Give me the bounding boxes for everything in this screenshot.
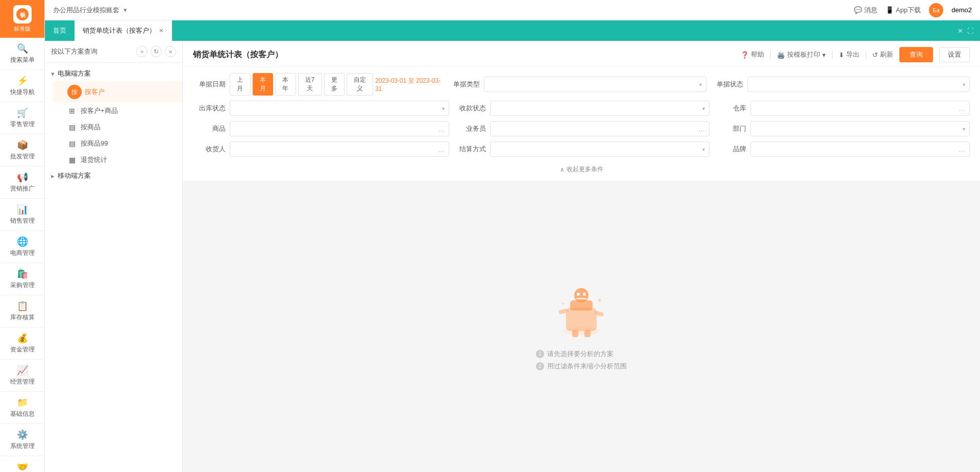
out-status-input[interactable]: ▾ <box>230 101 449 116</box>
date-btn-last-7-days[interactable]: 近7天 <box>298 73 322 96</box>
ecommerce-icon: 🌐 <box>17 236 28 247</box>
date-btn-this-month[interactable]: 本月 <box>253 73 274 96</box>
warehouse-input[interactable]: … <box>750 101 970 116</box>
filter-row-4: 收货人 … 结算方式 ▾ 品牌 … <box>193 141 970 157</box>
sidebar-item-inventory[interactable]: 📋 库存核算 <box>0 295 44 327</box>
sidebar-item-purchase[interactable]: 🛍️ 采购管理 <box>0 263 44 295</box>
tab-home[interactable]: 首页 <box>45 20 75 41</box>
grid-icon: ⊞ <box>67 107 77 115</box>
filter-row-3: 商品 … 业务员 … 部门 ▾ <box>193 121 970 136</box>
department-input[interactable]: ▾ <box>750 121 970 136</box>
tree-item-return-stat[interactable]: ▦ 退货统计 <box>53 152 182 168</box>
payment-status-input[interactable]: ▾ <box>490 101 709 116</box>
empty-tip-2: 2 用过滤条件来缩小分析范围 <box>536 362 627 371</box>
refresh-button[interactable]: ↺ 刷新 <box>872 50 893 59</box>
help-button[interactable]: ❓ 帮助 <box>741 50 764 59</box>
department-label: 部门 <box>714 124 746 133</box>
sidebar-item-enterprise[interactable]: 🤝 企业协同 <box>0 456 44 472</box>
salesperson-input[interactable]: … <box>490 121 709 136</box>
sidebar-item-system[interactable]: ⚙️ 系统管理 <box>0 424 44 456</box>
payment-status-label: 收款状态 <box>453 104 486 113</box>
sidebar-item-marketing[interactable]: 📢 营销推广 <box>0 167 44 199</box>
expand-icon: ▾ <box>51 70 55 78</box>
tree-item-by-product-99[interactable]: ▤ 按商品99 <box>53 135 182 152</box>
date-btn-custom[interactable]: 自定义 <box>347 73 373 96</box>
sidebar-item-label: 营销推广 <box>10 184 35 193</box>
print-button[interactable]: 🖨️ 按模板打印 ▾ <box>777 50 826 59</box>
settings-button[interactable]: 设置 <box>939 47 970 62</box>
svg-text:畅: 畅 <box>19 12 25 18</box>
tab-maximize-icon[interactable]: ⛶ <box>967 27 974 35</box>
date-btn-more[interactable]: 更多 <box>324 73 345 96</box>
filter-row-1: 单据日期 上月 本月 本年 近7天 更多 自定义 2023-03-01 至 20… <box>193 73 970 96</box>
sidebar-item-wholesale[interactable]: 📦 批发管理 <box>0 134 44 167</box>
sidebar-item-sales[interactable]: 📊 销售管理 <box>0 199 44 231</box>
date-btn-last-month[interactable]: 上月 <box>230 73 251 96</box>
tab-close-all-icon[interactable]: ✕ <box>958 27 963 35</box>
svg-rect-3 <box>566 308 597 331</box>
tab-close-button[interactable]: ✕ <box>159 27 164 34</box>
settlement-input[interactable]: ▾ <box>490 141 709 157</box>
main-container: 办公用品行业模拟账套 ▾ 💬 消息 📱 App下载 Ea demo2 首页 销货… <box>45 0 980 472</box>
tab-sales-stat[interactable]: 销货单统计表（按客户） ✕ <box>75 20 172 41</box>
tree-item-by-customer-product[interactable]: ⊞ 按客户+商品 <box>53 103 182 119</box>
sidebar-item-label: 经营管理 <box>10 377 35 386</box>
help-icon: ❓ <box>741 51 749 59</box>
sidebar: 畅 标准版 🔍 搜索菜单 ⚡ 快捷导航 🛒 零售管理 📦 批发管理 📢 营销推广… <box>0 0 45 472</box>
sidebar-item-ecommerce[interactable]: 🌐 电商管理 <box>0 231 44 263</box>
wholesale-icon: 📦 <box>17 139 28 151</box>
sidebar-item-basic[interactable]: 📁 基础信息 <box>0 392 44 424</box>
collapse-panel-button[interactable]: « <box>165 46 176 57</box>
collapse-bar[interactable]: ∧ 收起更多条件 <box>193 162 970 175</box>
table-icon: ▤ <box>67 123 77 131</box>
tree-group-desktop[interactable]: ▾ 电脑端方案 <box>45 66 182 81</box>
tab-sales-stat-label: 销货单统计表（按客户） <box>83 26 156 35</box>
date-btn-this-year[interactable]: 本年 <box>275 73 296 96</box>
tree-item-by-product[interactable]: ▤ 按商品 <box>53 119 182 135</box>
export-label: 导出 <box>846 50 860 59</box>
add-scheme-button[interactable]: ＋ <box>136 46 148 57</box>
tip-num-1: 1 <box>536 350 544 358</box>
logo-icon: 畅 <box>13 5 32 23</box>
refresh-label: 刷新 <box>880 50 893 59</box>
sidebar-item-quick-nav[interactable]: ⚡ 快捷导航 <box>0 70 44 102</box>
header-dropdown-icon[interactable]: ▾ <box>124 6 127 14</box>
doc-status-input[interactable]: ▾ <box>747 77 970 92</box>
sidebar-item-retail[interactable]: 🛒 零售管理 <box>0 102 44 134</box>
doc-type-label: 单据类型 <box>447 80 480 89</box>
sidebar-item-search[interactable]: 🔍 搜索菜单 <box>0 38 44 70</box>
export-button[interactable]: ⬇ 导出 <box>839 50 860 59</box>
receiver-more-icon: … <box>438 146 445 153</box>
page-actions: ❓ 帮助 🖨️ 按模板打印 ▾ ⬇ 导出 <box>741 47 970 62</box>
refresh-icon: ↺ <box>872 51 878 59</box>
message-button[interactable]: 💬 消息 <box>854 6 877 15</box>
query-button[interactable]: 查询 <box>899 47 933 62</box>
tree-item-label: 按客户+商品 <box>81 106 118 115</box>
sidebar-item-operation[interactable]: 📈 经营管理 <box>0 360 44 392</box>
tree-group-label: 电脑端方案 <box>58 69 91 78</box>
download-icon: 📱 <box>886 6 894 14</box>
refresh-scheme-button[interactable]: ↻ <box>151 46 162 57</box>
header-right: 💬 消息 📱 App下载 Ea demo2 <box>854 3 972 17</box>
product-input[interactable]: … <box>230 121 449 136</box>
sidebar-item-label: 快捷导航 <box>10 88 35 97</box>
panel-header-actions: ＋ ↻ « <box>136 46 176 57</box>
sidebar-item-label: 采购管理 <box>10 281 35 290</box>
svg-rect-12 <box>584 330 591 337</box>
tree-group-mobile[interactable]: ▸ 移动端方案 <box>45 168 182 183</box>
brand-input[interactable]: … <box>750 141 970 157</box>
doc-type-input[interactable]: ▾ <box>484 77 706 92</box>
avatar[interactable]: Ea <box>929 3 943 17</box>
print-dropdown-icon: ▾ <box>822 51 826 59</box>
sidebar-item-finance[interactable]: 💰 资金管理 <box>0 327 44 360</box>
export-icon: ⬇ <box>839 51 844 59</box>
tree-section: ▾ 电脑端方案 按 按客户 ⊞ 按客户+商品 ▤ 按商品 <box>45 63 182 186</box>
receiver-input[interactable]: … <box>230 141 449 157</box>
svg-point-7 <box>583 293 586 296</box>
sidebar-item-label: 库存核算 <box>10 313 35 322</box>
app-download-button[interactable]: 📱 App下载 <box>886 6 921 15</box>
warehouse-more-icon: … <box>959 105 965 112</box>
tree-item-by-customer[interactable]: 按 按客户 <box>53 81 182 103</box>
app-title: 办公用品行业模拟账套 <box>53 6 119 15</box>
empty-state: ✦ ✦ 1 请先选择要分析的方案 2 用过滤条件来缩小分析范围 <box>183 181 980 472</box>
